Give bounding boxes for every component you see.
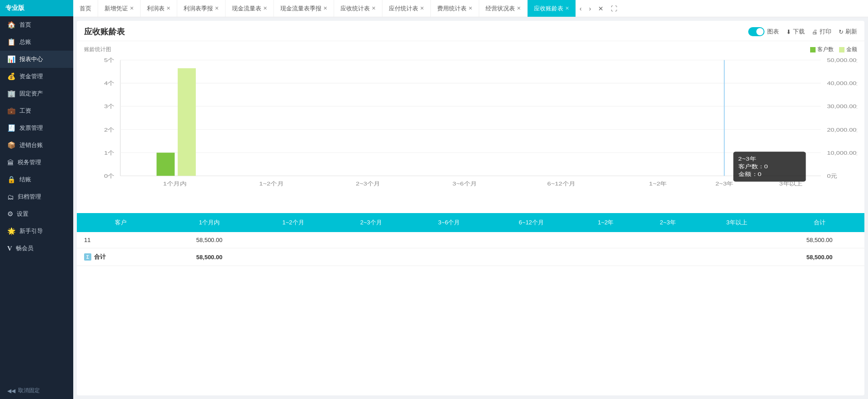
sidebar-item-home[interactable]: 🏠 首页 [0,16,73,33]
col-header-month1: 1个月内 [165,213,255,232]
cell-total: 58,500.00 [774,232,864,248]
main-area: 首页 新增凭证 ✕ 利润表 ✕ 利润表季报 ✕ 现金流量表 ✕ 现金流量表季报 … [73,0,868,399]
legend-amount-label: 金额 [846,46,857,53]
chart-legend: 客户数 金额 [810,46,857,53]
refresh-label: 刷新 [845,28,857,36]
tab-close-icon[interactable]: ✕ [166,5,170,11]
tab-close-icon[interactable]: ✕ [565,5,569,11]
svg-text:0元: 0元 [827,173,837,179]
legend-amount: 金额 [839,46,857,53]
assets-icon: 🏢 [7,90,16,98]
cell-customer: 11 [77,232,165,248]
sidebar-item-sales-ledger[interactable]: 📦 进销台账 [0,137,73,154]
total-year1-2 [575,248,637,266]
svg-text:10,000.00元: 10,000.00元 [827,150,857,156]
tab-close-icon[interactable]: ✕ [215,5,219,11]
tab-expense-stats[interactable]: 费用统计表 ✕ [431,0,479,17]
tab-prev-button[interactable]: ‹ [576,0,585,17]
sidebar-item-label: 工资 [19,107,31,115]
sidebar-item-label: 税务管理 [18,158,41,166]
svg-text:1个月内: 1个月内 [163,180,186,186]
sidebar-item-label: 资金管理 [19,72,43,81]
tab-close-all-button[interactable]: ✕ [594,0,607,17]
page-header: 应收账龄表 图表 ⬇ 下载 🖨 打印 ↻ 刷新 [77,21,864,41]
col-header-year2-3: 2~3年 [637,213,698,232]
sidebar-item-settings[interactable]: ⚙ 设置 [0,205,73,223]
legend-customer-color [810,47,816,52]
chart-svg: 0个 1个 2个 3个 4个 5个 0元 10,000.00元 20,000.0… [84,55,857,200]
sidebar-item-ledger[interactable]: 📋 总账 [0,33,73,51]
tab-receivable-stats[interactable]: 应收统计表 ✕ [334,0,382,17]
tab-home[interactable]: 首页 [73,0,98,17]
tab-close-icon[interactable]: ✕ [420,5,424,11]
sidebar-item-label: 结账 [19,176,31,184]
sidebar-item-closing[interactable]: 🔒 结账 [0,171,73,188]
tab-profit[interactable]: 利润表 ✕ [141,0,177,17]
sidebar-item-invoice-mgmt[interactable]: 🧾 发票管理 [0,119,73,137]
tab-close-icon[interactable]: ✕ [372,5,376,11]
svg-text:2个: 2个 [104,127,114,133]
bar-customer-month1 [156,152,175,176]
col-header-customer: 客户 [77,213,165,232]
tab-close-icon[interactable]: ✕ [517,5,521,11]
home-icon: 🏠 [7,21,16,29]
page-title: 应收账龄表 [84,26,125,37]
svg-text:2~3个月: 2~3个月 [356,180,380,186]
sidebar-item-fund-mgmt[interactable]: 💰 资金管理 [0,68,73,85]
tab-next-button[interactable]: › [585,0,595,17]
total-month1: 58,500.00 [165,248,255,266]
svg-text:50,000.00元: 50,000.00元 [827,57,857,63]
total-icon: Σ [84,253,91,261]
tab-close-icon[interactable]: ✕ [263,5,267,11]
salary-icon: 💼 [7,107,16,115]
ledger-icon: 📋 [7,38,16,46]
download-icon: ⬇ [786,28,791,35]
total-label-wrapper: Σ 合计 [84,253,161,261]
total-month2-3 [332,248,410,266]
sidebar-item-archive[interactable]: 🗂 归档管理 [0,188,73,205]
total-month3-6 [410,248,488,266]
col-header-year1-2: 1~2年 [575,213,637,232]
tab-business-status[interactable]: 经营状况表 ✕ [479,0,528,17]
svg-text:40,000.00元: 40,000.00元 [827,81,857,86]
toggle-track[interactable] [748,27,764,36]
tooltip-amount: 金额：0 [738,171,761,177]
print-icon: 🖨 [812,28,818,35]
sidebar-item-guide[interactable]: 🌟 新手引导 [0,223,73,240]
svg-text:4个: 4个 [104,81,114,86]
cell-month3-6 [410,232,488,248]
sidebar-item-label: 畅会员 [16,244,33,252]
download-button[interactable]: ⬇ 下载 [786,28,805,36]
svg-text:6~12个月: 6~12个月 [547,180,575,186]
sidebar-item-salary[interactable]: 💼 工资 [0,102,73,119]
sidebar-item-tax-mgmt[interactable]: 🏛 税务管理 [0,154,73,171]
sidebar-item-member[interactable]: V 畅会员 [0,240,73,257]
tab-cashflow[interactable]: 现金流量表 ✕ [226,0,274,17]
svg-text:3个: 3个 [104,104,114,109]
sidebar-item-label: 新手引导 [19,227,43,235]
tab-close-icon[interactable]: ✕ [323,5,327,11]
table-row: 11 58,500.00 58,500.00 [77,232,864,248]
refresh-button[interactable]: ↻ 刷新 [839,28,857,36]
tab-cashflow-quarterly[interactable]: 现金流量表季报 ✕ [274,0,334,17]
sidebar-item-fixed-assets[interactable]: 🏢 固定资产 [0,85,73,102]
tab-receivable-aging[interactable]: 应收账龄表 ✕ [528,0,576,17]
tab-new-voucher[interactable]: 新增凭证 ✕ [98,0,141,17]
tab-payable-stats[interactable]: 应付统计表 ✕ [382,0,431,17]
refresh-icon: ↻ [839,28,844,35]
sidebar-item-label: 进销台账 [19,141,43,149]
chart-svg-container: 0个 1个 2个 3个 4个 5个 0元 10,000.00元 20,000.0… [84,55,857,200]
tab-expand-button[interactable]: ⛶ [607,0,621,17]
tab-close-icon[interactable]: ✕ [130,5,134,11]
total-year2-3 [637,248,698,266]
tab-close-icon[interactable]: ✕ [468,5,472,11]
svg-text:1~2年: 1~2年 [649,180,667,186]
cell-month1-2 [254,232,332,248]
col-header-month3-6: 3~6个月 [410,213,488,232]
archive-icon: 🗂 [7,193,14,201]
tab-profit-quarterly[interactable]: 利润表季报 ✕ [177,0,226,17]
chart-toggle[interactable]: 图表 [748,27,779,36]
sidebar-item-report-center[interactable]: 📊 报表中心 [0,51,73,68]
print-button[interactable]: 🖨 打印 [812,28,831,36]
unpin-button[interactable]: ◀◀ 取消固定 [0,382,73,399]
